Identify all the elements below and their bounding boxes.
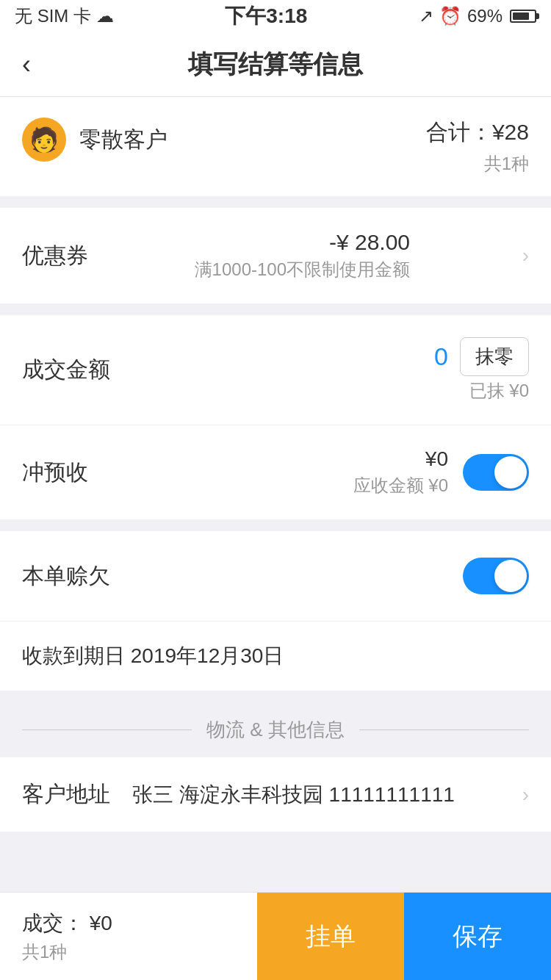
prepay-right: ¥0 应收金额 ¥0 [353,447,529,497]
bottom-deal-amount: ¥0 [90,912,112,934]
battery-icon [510,10,536,23]
coupon-right: -¥ 28.00 满1000-100不限制使用金额 [195,230,410,281]
chevron-right-icon: › [522,244,529,267]
save-button[interactable]: 保存 [404,893,551,981]
prepay-toggle[interactable] [463,454,529,491]
logistics-separator: 物流 & 其他信息 [0,702,551,757]
location-icon: ↗ [419,6,433,26]
prepay-label: 冲预收 [22,458,88,488]
deal-amount-row: 成交金额 0 抹零 已抹 ¥0 [0,315,551,425]
coupon-desc: 满1000-100不限制使用金额 [195,258,410,281]
amount-top: 0 抹零 [434,337,529,376]
coupon-row[interactable]: 优惠券 -¥ 28.00 满1000-100不限制使用金额 › [0,208,551,303]
prepay-receivable: 应收金额 ¥0 [353,474,448,497]
customer-right: 合计：¥28 共1种 [426,118,529,176]
page-header: ‹ 填写结算等信息 [0,32,551,97]
address-label: 客户地址 [22,779,110,810]
credit-section: 本单赊欠 收款到期日 2019年12月30日 [0,531,551,691]
status-right: ↗ ⏰ 69% [419,6,536,26]
customer-name: 零散客户 [79,125,168,155]
credit-toggle-knob [494,560,527,592]
avatar: 🧑 [22,118,66,162]
address-section[interactable]: 客户地址 张三 海淀永丰科技园 11111111111 › [0,757,551,832]
page-title: 填写结算等信息 [188,48,363,82]
prepay-amounts: ¥0 应收金额 ¥0 [353,447,448,497]
hold-button[interactable]: 挂单 [257,893,404,981]
credit-toggle[interactable] [463,558,529,594]
total-amount: 合计：¥28 [426,118,529,148]
bottom-count: 共1种 [22,940,235,964]
prepay-amount: ¥0 [353,447,448,471]
deal-prepay-section: 成交金额 0 抹零 已抹 ¥0 冲预收 ¥0 应收金额 ¥0 [0,315,551,519]
customer-left: 🧑 零散客户 [22,118,168,162]
due-date-row: 收款到期日 2019年12月30日 [0,621,551,691]
coupon-section: 优惠券 -¥ 28.00 满1000-100不限制使用金额 › [0,208,551,303]
round-off-button[interactable]: 抹零 [460,337,529,376]
deal-prefix: 成交： [22,912,84,934]
avatar-icon: 🧑 [29,126,59,154]
customer-section: 🧑 零散客户 合计：¥28 共1种 [0,97,551,196]
deal-amount-label: 成交金额 [22,355,110,385]
coupon-amount: -¥ 28.00 [195,230,410,255]
prepay-row: 冲预收 ¥0 应收金额 ¥0 [0,425,551,519]
coupon-label: 优惠券 [22,241,88,271]
bottom-bar: 成交： ¥0 共1种 挂单 保存 [0,892,551,980]
main-content: 🧑 零散客户 合计：¥28 共1种 优惠券 -¥ 28.00 满1000-100… [0,97,551,927]
bottom-deal-label: 成交： ¥0 [22,909,235,937]
status-bar: 无 SIM 卡 ☁ 下午3:18 ↗ ⏰ 69% [0,0,551,32]
deal-amount-right: 0 抹零 已抹 ¥0 [434,337,529,403]
credit-row: 本单赊欠 [0,531,551,621]
sim-label: 无 SIM 卡 ☁ [15,4,114,28]
already-rounded-text: 已抹 ¥0 [469,379,529,403]
separator-label: 物流 & 其他信息 [206,717,345,743]
due-date-value: 2019年12月30日 [131,644,284,667]
alarm-icon: ⏰ [439,6,461,26]
credit-label: 本单赊欠 [22,561,110,591]
total-count: 共1种 [426,152,529,176]
back-button[interactable]: ‹ [22,49,46,80]
status-left: 无 SIM 卡 ☁ [15,4,114,28]
status-time: 下午3:18 [225,2,307,30]
battery-percent: 69% [467,6,503,26]
due-date-label: 收款到期日 [22,644,125,667]
deal-amount-value: 0 [434,342,448,371]
address-chevron-icon: › [522,783,529,807]
separator-line-right [359,729,529,730]
bottom-summary: 成交： ¥0 共1种 [0,909,257,964]
separator-line-left [22,729,192,730]
address-value: 张三 海淀永丰科技园 11111111111 [132,781,516,809]
toggle-knob [494,456,527,489]
